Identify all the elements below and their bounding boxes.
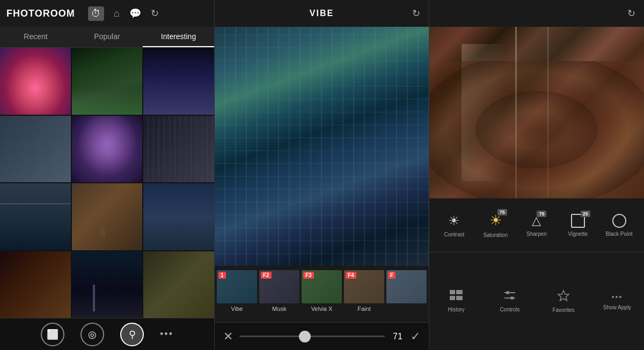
controls-row: ☀ Contrast ☀ 75 Saturation △ 75 Sharpen …	[429, 198, 644, 252]
vignette-label: Vignette	[568, 231, 588, 237]
panel-gallery: FHOTOROOM ⏱ ⌂ 💬 ↻ Recent Popular Interes…	[0, 0, 215, 350]
svg-point-7	[510, 296, 514, 300]
slider-thumb[interactable]	[299, 331, 311, 342]
filter-badge: 1	[218, 272, 226, 279]
gallery-header: FHOTOROOM ⏱ ⌂ 💬 ↻	[0, 0, 214, 27]
filter-label: Velvia X	[311, 306, 333, 312]
photo-item[interactable]	[0, 183, 71, 250]
photo-item[interactable]	[143, 48, 214, 115]
gallery-bottom-bar: ⬜ ◎ ⚲ •••	[0, 318, 214, 350]
filter-thumb: F	[386, 270, 427, 303]
tab-popular[interactable]: Popular	[71, 27, 143, 47]
filter-label: Musk	[272, 306, 286, 312]
svg-rect-2	[450, 296, 455, 300]
chocolate-image	[429, 27, 644, 198]
vibe-bottom-bar: ✕ 71 ✓	[215, 322, 429, 350]
svg-marker-8	[558, 291, 569, 301]
history-label: History	[448, 307, 464, 312]
edit-photo[interactable]	[429, 27, 644, 198]
controls-label: Controls	[500, 307, 519, 312]
filter-strip: 1 Vibe F2 Musk F3 Velvia X F4 Faint	[215, 266, 429, 322]
slider-track[interactable]	[239, 336, 385, 337]
gallery-button[interactable]: ⬜	[41, 323, 64, 346]
comment-icon[interactable]: 💬	[129, 8, 141, 19]
filter-badge: F3	[303, 272, 314, 279]
svg-rect-0	[450, 290, 455, 294]
control-black-point[interactable]: Black Point	[598, 214, 640, 237]
favorites-button[interactable]: Favorites	[537, 289, 590, 313]
filter-item-vibe[interactable]: 1 Vibe	[217, 270, 257, 312]
black-point-label: Black Point	[606, 231, 633, 237]
control-vignette[interactable]: 25 Vignette	[557, 214, 598, 237]
tab-interesting[interactable]: Interesting	[143, 27, 214, 47]
photo-item[interactable]	[72, 48, 143, 115]
photo-item[interactable]	[0, 251, 71, 318]
photo-item[interactable]	[143, 183, 214, 250]
camera-button[interactable]: ◎	[80, 323, 104, 346]
show-apply-icon: •••	[612, 293, 623, 301]
photo-item[interactable]	[0, 48, 71, 115]
vignette-badge: 25	[581, 211, 590, 217]
gallery-icon: ⬜	[47, 329, 58, 340]
main-photo[interactable]	[215, 27, 429, 266]
photo-item[interactable]	[143, 116, 214, 183]
vibe-header: VIBE ↻	[215, 0, 429, 27]
saturation-badge: 75	[497, 209, 507, 215]
contrast-badge-wrap: ☀	[448, 213, 460, 228]
filter-item-extra[interactable]: F	[386, 270, 427, 306]
control-contrast[interactable]: ☀ Contrast	[434, 213, 475, 237]
saturation-label: Saturation	[483, 232, 508, 238]
gallery-tabs: Recent Popular Interesting	[0, 27, 214, 48]
filter-thumb: F4	[344, 270, 384, 303]
photo-item[interactable]	[72, 251, 143, 318]
edit-refresh-icon[interactable]: ↻	[627, 8, 635, 19]
panel-vibe: VIBE ↻ 1 Vibe F2 Musk F3 Velvia X	[215, 0, 429, 350]
svg-point-5	[506, 291, 509, 294]
tab-recent[interactable]: Recent	[0, 27, 71, 47]
photo-item[interactable]	[0, 116, 71, 183]
contrast-label: Contrast	[444, 232, 465, 237]
photo-item[interactable]	[143, 251, 214, 318]
panel-edit: ↻ ☀ Contrast ☀ 75 Saturation △ 75	[429, 0, 644, 350]
controls-button[interactable]: Controls	[483, 290, 537, 312]
filter-thumb: F3	[302, 270, 342, 303]
photo-item[interactable]	[72, 116, 143, 183]
history-icon	[450, 290, 463, 303]
control-saturation[interactable]: ☀ 75 Saturation	[475, 212, 516, 238]
more-button[interactable]: •••	[160, 329, 173, 340]
filter-label: Faint	[357, 306, 370, 312]
vibe-refresh-icon[interactable]: ↻	[412, 8, 420, 19]
camera-icon: ◎	[88, 329, 97, 340]
vibe-title: VIBE	[310, 9, 334, 18]
refresh-icon[interactable]: ↻	[151, 8, 159, 19]
confirm-button[interactable]: ✓	[411, 330, 420, 344]
cancel-button[interactable]: ✕	[223, 330, 233, 344]
filter-label: Vibe	[231, 306, 243, 312]
home-icon[interactable]: ⌂	[114, 8, 120, 19]
contrast-icon: ☀	[448, 213, 460, 228]
filter-thumb: 1	[217, 270, 257, 303]
sharpen-badge: 75	[537, 211, 546, 217]
show-apply-button[interactable]: ••• Show Apply	[590, 293, 644, 310]
search-button[interactable]: ⚲	[120, 323, 144, 346]
filter-item-faint[interactable]: F4 Faint	[344, 270, 384, 312]
show-apply-label: Show Apply	[603, 304, 631, 310]
header-nav-icons: ⏱ ⌂ 💬 ↻	[88, 6, 159, 21]
filter-badge: F4	[346, 272, 356, 279]
black-point-icon	[612, 214, 626, 228]
search-icon: ⚲	[129, 329, 136, 340]
photo-item[interactable]	[72, 183, 143, 250]
photo-grid	[0, 48, 214, 318]
control-sharpen[interactable]: △ 75 Sharpen	[516, 214, 558, 237]
filter-item-musk[interactable]: F2 Musk	[259, 270, 299, 312]
history-button[interactable]: History	[429, 290, 483, 312]
saturation-badge-wrap: ☀ 75	[489, 212, 502, 229]
filter-badge: F	[388, 272, 396, 279]
bottom-controls: History Controls Favorites •••	[429, 252, 644, 350]
filter-item-velvia[interactable]: F3 Velvia X	[302, 270, 342, 312]
clock-icon[interactable]: ⏱	[88, 6, 104, 21]
sharpen-label: Sharpen	[526, 231, 547, 237]
app-title: FHOTOROOM	[6, 8, 75, 19]
filter-thumb: F2	[259, 270, 299, 303]
slider-value: 71	[391, 332, 404, 341]
